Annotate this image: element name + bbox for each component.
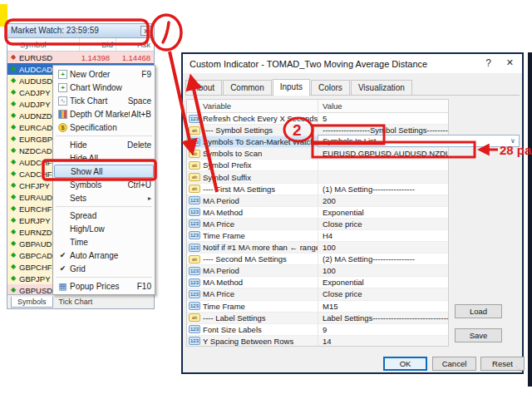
parameter-value-cell[interactable]: 5 xyxy=(318,113,448,124)
panel-tab-tick-chart[interactable]: Tick Chart xyxy=(53,297,99,307)
parameter-name-cell: ab---- Symbol Settings xyxy=(187,125,318,135)
table-row[interactable]: abSymbol Prefix xyxy=(187,160,448,171)
table-row[interactable]: 123MA Period200 xyxy=(187,195,448,207)
menu-item-hide-all[interactable]: Hide All xyxy=(54,151,154,165)
save-button[interactable]: Save xyxy=(455,328,502,342)
tab-inputs[interactable]: Inputs xyxy=(273,79,310,96)
parameter-name-cell: 123MA Price xyxy=(187,288,318,299)
column-symbol[interactable]: Symbol xyxy=(7,38,80,51)
menu-item-symbols[interactable]: SymbolsCtrl+U xyxy=(54,178,154,191)
menu-item-specification[interactable]: $Specification xyxy=(54,121,154,134)
column-bid[interactable]: Bid xyxy=(80,38,116,51)
table-row[interactable]: ab---- Label SettingsLabel Settings-----… xyxy=(187,313,448,324)
parameter-value-cell[interactable]: (2) MA Setting---------------- xyxy=(318,254,448,264)
param-type-text-icon: ab xyxy=(189,185,200,193)
tab-about[interactable]: About xyxy=(185,80,222,95)
table-row[interactable]: 123Refresh Check Every X Seconds5 xyxy=(187,113,448,125)
menu-item-sets[interactable]: Sets▸ xyxy=(54,191,154,204)
chevron-down-icon[interactable]: ∨ xyxy=(507,137,519,145)
table-row[interactable]: 123MA PriceClose price xyxy=(187,288,448,300)
parameter-value-cell[interactable] xyxy=(318,171,448,182)
parameter-name-cell: 123Y Spacing Between Rows xyxy=(187,336,318,347)
parameter-name: ---- First MA Settings xyxy=(203,185,275,194)
table-row[interactable]: ab---- First MA Settings(1) MA Setting--… xyxy=(187,184,448,195)
menu-item-depth-of-market[interactable]: Depth Of MarketAlt+B xyxy=(54,107,154,121)
ask-value: 1.14468 xyxy=(113,53,154,62)
parameter-value-cell[interactable]: EURUSD,GBPUSD,AUDUSD,NZDUSD,US... xyxy=(318,148,448,159)
menu-item-spread[interactable]: Spread xyxy=(54,209,154,222)
menu-item-auto-arrange[interactable]: ✔Auto Arrange xyxy=(54,249,154,262)
table-row[interactable]: 123MA MethodExponential xyxy=(187,207,448,219)
green-diamond-icon: ◆ xyxy=(7,180,19,191)
menu-item-high-low[interactable]: High/Low xyxy=(54,222,154,235)
parameter-value-cell[interactable]: Label Settings--------------------------… xyxy=(318,313,448,323)
dialog-tabs: AboutCommonInputsColorsVisualization xyxy=(185,78,520,96)
table-row[interactable]: 123Time FrameM15 xyxy=(187,301,448,313)
column-ask[interactable]: Ask xyxy=(116,38,154,51)
green-diamond-icon: ◆ xyxy=(7,238,19,249)
symbols-to-scan-dropdown[interactable]: Symbols In List ∨ xyxy=(318,135,520,147)
bid-value: 1.14398 xyxy=(72,53,113,62)
tab-common[interactable]: Common xyxy=(223,80,272,95)
market-watch-row[interactable]: ◆EURUSD1.143981.14468 xyxy=(7,52,154,63)
param-type-number-icon: 123 xyxy=(189,267,200,275)
depth-of-market-icon xyxy=(58,110,67,119)
menu-item-new-order[interactable]: +New OrderF9 xyxy=(54,67,154,81)
parameter-value-cell[interactable]: Close price xyxy=(318,288,448,299)
market-watch-bottom-tabs: SymbolsTick Chart xyxy=(7,294,154,308)
table-row[interactable]: 123Time FrameH4 xyxy=(187,230,448,242)
inputs-table-header: Variable Value xyxy=(187,100,448,113)
tab-colors[interactable]: Colors xyxy=(311,80,350,95)
resize-grip[interactable]: ⋱ xyxy=(515,366,521,372)
table-row[interactable]: ab---- Second MA Settings(2) MA Setting-… xyxy=(187,254,448,265)
menu-item-label: Depth Of Market xyxy=(70,110,130,119)
ok-button[interactable]: OK xyxy=(383,357,427,371)
market-watch-close-button[interactable]: x xyxy=(140,26,151,36)
table-row[interactable]: 123Notif if #1 MA more than ← range PIPs… xyxy=(187,242,448,254)
parameter-value-cell[interactable]: H4 xyxy=(318,230,448,241)
table-row[interactable]: 123MA Period100 xyxy=(187,265,448,277)
parameter-value-cell[interactable]: Close price xyxy=(318,219,448,229)
menu-item-grid[interactable]: ✔Grid xyxy=(54,262,154,275)
parameter-value-cell[interactable]: 200 xyxy=(318,195,448,206)
table-row[interactable]: 123Font Size Labels9 xyxy=(187,324,448,336)
parameter-value-cell[interactable] xyxy=(318,160,448,170)
table-row[interactable]: 123MA PriceClose price xyxy=(187,219,448,230)
menu-item-show-all[interactable]: Show All xyxy=(54,165,154,178)
tab-visualization[interactable]: Visualization xyxy=(351,80,412,95)
screenshot-stage: Market Watch: 23:59:59 x Symbol Bid Ask … xyxy=(0,0,532,399)
load-button[interactable]: Load xyxy=(455,304,502,318)
menu-item-popup-prices[interactable]: ▦Popup PricesF10 xyxy=(54,279,154,293)
table-row[interactable]: 123MA MethodExponential xyxy=(187,277,448,288)
help-button[interactable]: ? xyxy=(485,57,491,69)
tick-chart-icon: ∿ xyxy=(56,96,70,106)
parameter-name: Symbols to Scan xyxy=(203,149,262,158)
parameter-value-cell[interactable]: 14 xyxy=(318,336,448,347)
parameter-value-cell[interactable]: (1) MA Setting---------------- xyxy=(318,184,448,195)
specification-icon: $ xyxy=(56,123,70,132)
parameter-name: Refresh Check Every X Seconds xyxy=(203,114,318,123)
table-row[interactable]: abSymbols to ScanEURUSD,GBPUSD,AUDUSD,NZ… xyxy=(187,148,448,160)
menu-item-label: Show All xyxy=(71,167,150,176)
parameter-value-cell[interactable]: Exponential xyxy=(318,207,448,218)
depth-of-market-icon xyxy=(56,110,70,119)
cancel-button[interactable]: Cancel xyxy=(432,357,476,371)
dialog-titlebar[interactable]: Custom Indicator - TOMAD_Two Moving Aver… xyxy=(183,54,522,73)
menu-item-hide[interactable]: HideDelete xyxy=(54,138,154,151)
parameter-value-cell[interactable]: 9 xyxy=(318,324,448,335)
menu-item-tick-chart[interactable]: ∿Tick ChartSpace xyxy=(54,94,154,107)
parameter-value-cell[interactable]: 100 xyxy=(318,265,448,276)
table-row[interactable]: 123Y Spacing Between Rows14 xyxy=(187,336,448,347)
menu-item-chart-window[interactable]: +Chart Window xyxy=(54,81,154,94)
popup-prices-icon: ▦ xyxy=(56,282,70,291)
close-icon[interactable]: ✕ xyxy=(506,57,514,68)
menu-item-label: Grid xyxy=(70,264,151,273)
param-type-text-icon: ab xyxy=(189,173,200,181)
table-row[interactable]: abSymbol Suffix xyxy=(187,171,448,183)
green-diamond-icon: ◆ xyxy=(7,168,19,180)
panel-tab-symbols[interactable]: Symbols xyxy=(11,297,53,308)
parameter-value-cell[interactable]: Exponential xyxy=(318,277,448,288)
parameter-value-cell[interactable]: M15 xyxy=(318,301,448,312)
parameter-value-cell[interactable]: 100 xyxy=(318,242,448,253)
menu-item-time[interactable]: Time xyxy=(54,235,154,249)
